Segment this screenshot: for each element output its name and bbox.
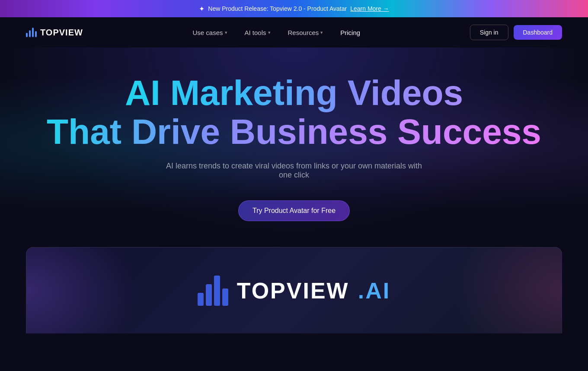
chevron-down-icon-3: ▾ xyxy=(320,30,323,35)
nav-label-resources: Resources xyxy=(288,29,319,36)
hero-title-line2: That Drive Business Success xyxy=(47,112,541,151)
logo[interactable]: TOPVIEW xyxy=(26,28,83,38)
nav-links: Use cases ▾ AI tools ▾ Resources ▾ Prici… xyxy=(185,25,367,40)
announcement-text: New Product Release: Topview 2.0 - Produ… xyxy=(208,5,347,12)
demo-logo: TOPVIEW.AI xyxy=(198,276,390,306)
logo-bar-2 xyxy=(29,30,31,37)
demo-logo-suffix: .AI xyxy=(358,278,390,304)
logo-bar-3 xyxy=(32,28,34,37)
demo-bar-3 xyxy=(214,276,220,306)
hero-section: AI Marketing Videos That Drive Business … xyxy=(0,48,588,238)
cta-button[interactable]: Try Product Avatar for Free xyxy=(238,200,350,221)
signin-button[interactable]: Sign in xyxy=(470,25,508,40)
nav-item-resources[interactable]: Resources ▾ xyxy=(281,25,330,40)
demo-logo-icon xyxy=(198,276,228,306)
logo-text: TOPVIEW xyxy=(40,28,83,38)
dashboard-button[interactable]: Dashboard xyxy=(514,25,562,40)
nav-label-pricing: Pricing xyxy=(340,29,360,36)
logo-bar-4 xyxy=(35,31,37,37)
demo-bar-4 xyxy=(222,289,228,306)
nav-item-ai-tools[interactable]: AI tools ▾ xyxy=(238,25,278,40)
hero-subtitle: AI learns trends to create viral videos … xyxy=(164,162,424,180)
nav-label-use-cases: Use cases xyxy=(192,29,223,36)
nav-actions: Sign in Dashboard xyxy=(470,25,562,40)
demo-bar-1 xyxy=(198,293,204,306)
sparkle-icon: ✦ xyxy=(199,5,205,13)
nav-item-use-cases[interactable]: Use cases ▾ xyxy=(185,25,234,40)
demo-logo-text: TOPVIEW xyxy=(237,278,349,304)
logo-icon xyxy=(26,28,37,37)
chevron-down-icon: ▾ xyxy=(225,30,227,35)
nav-item-pricing[interactable]: Pricing xyxy=(333,25,367,40)
nav-label-ai-tools: AI tools xyxy=(245,29,266,36)
announcement-bar: ✦ New Product Release: Topview 2.0 - Pro… xyxy=(0,0,588,17)
demo-section: TOPVIEW.AI xyxy=(0,238,588,333)
hero-title-line1: AI Marketing Videos xyxy=(125,73,463,112)
demo-bar-2 xyxy=(206,284,212,306)
chevron-down-icon-2: ▾ xyxy=(268,30,271,35)
announcement-link[interactable]: Learn More → xyxy=(350,5,389,12)
logo-bar-1 xyxy=(26,33,28,37)
demo-card: TOPVIEW.AI xyxy=(26,247,562,333)
navbar: TOPVIEW Use cases ▾ AI tools ▾ Resources… xyxy=(0,17,588,48)
